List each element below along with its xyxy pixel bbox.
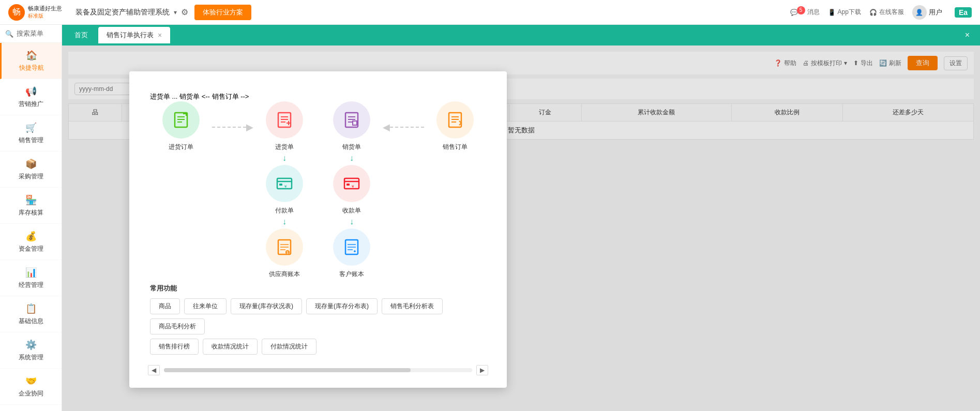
top-header: 畅 畅康通好生意 标准版 装备及固定资产辅助管理系统 ▾ ⚙ 体验行业方案 💬 … — [0, 0, 980, 25]
sidebar-item-marketing[interactable]: 📢 营销推广 — [0, 79, 62, 115]
flow-node-supplier-account[interactable]: $ 供应商账本 — [253, 229, 315, 279]
finance-icon: 💰 — [25, 230, 37, 242]
purchase-bill-label: 进货单 — [275, 143, 294, 151]
inventory-icon: 🏪 — [25, 194, 37, 206]
sidebar: 🔍 搜索菜单 🏠 快捷导航 📢 营销推广 🛒 销售管理 📦 采购管理 🏪 库存核… — [0, 25, 62, 411]
sidebar-item-newguide[interactable]: 🔰 新手引导 — [0, 405, 62, 411]
flow-node-receipt[interactable]: ¥ 收款单 — [321, 165, 383, 215]
trial-btn[interactable]: 体验行业方案 — [194, 5, 251, 20]
payment-icon: ¥ — [266, 165, 303, 202]
flow-node-customer-account[interactable]: 客户账本 — [321, 229, 383, 279]
app-icon: 📱 — [828, 9, 836, 16]
supplier-account-label: 供应商账本 — [269, 270, 300, 279]
sidebar-item-inventory[interactable]: 🏪 库存核算 — [0, 188, 62, 224]
purchase-bill-icon — [266, 101, 303, 139]
settings-icon[interactable]: ⚙ — [181, 7, 188, 17]
payment-label: 付款单 — [275, 206, 294, 215]
marketing-icon: 📢 — [25, 85, 37, 98]
search-label: 搜索菜单 — [17, 29, 43, 38]
user-area[interactable]: 👤 用户 — [912, 5, 942, 20]
func-buttons-row2: 销售排行榜 收款情况统计 付款情况统计 — [150, 339, 486, 355]
svg-rect-23 — [346, 184, 350, 186]
func-btn-receipt-stat[interactable]: 收款情况统计 — [203, 339, 258, 355]
logo-sub-text: 标准版 — [28, 12, 62, 20]
quick-nav-label: 快捷导航 — [19, 64, 44, 72]
svg-text:$: $ — [287, 251, 289, 254]
app-download-btn[interactable]: 📱 App下载 — [828, 8, 861, 17]
scrollbar-thumb — [164, 368, 411, 372]
business-icon: 📊 — [25, 266, 37, 279]
modal-overlay[interactable]: 进货单 ... 销货单 <-- 销售订单 --> 进货订单 — [62, 45, 980, 411]
service-icon: 🎧 — [869, 9, 877, 16]
sale-bill-label: 销货单 — [342, 143, 361, 151]
logo-area: 畅 畅康通好生意 标准版 — [8, 4, 70, 21]
flow-node-purchase-order[interactable]: 进货订单 — [150, 101, 212, 151]
supplier-account-icon: $ — [266, 229, 303, 266]
sidebar-item-finance[interactable]: 💰 资金管理 — [0, 224, 62, 260]
flow-node-sale-bill[interactable]: 销货单 — [321, 101, 383, 151]
business-label: 经营管理 — [19, 281, 43, 290]
user-label: 用户 — [929, 8, 942, 17]
receipt-icon: ¥ — [333, 165, 370, 202]
app-download-label: App下载 — [838, 8, 861, 17]
flow-node-purchase-bill[interactable]: 进货单 — [253, 101, 315, 151]
page-content: ❓ 帮助 🖨 按模板打印 ▾ ⬆ 导出 🔄 刷新 查询 设置 — [62, 45, 980, 411]
sidebar-item-system[interactable]: ⚙️ 系统管理 — [0, 332, 62, 369]
flow-node-payment[interactable]: ¥ 付款单 — [253, 165, 315, 215]
sidebar-item-purchase[interactable]: 📦 采购管理 — [0, 151, 62, 188]
logo-text: 畅康通好生意 标准版 — [28, 5, 62, 19]
header-right: 💬 5 消息 📱 App下载 🎧 在线客服 👤 用户 Ea — [790, 5, 972, 20]
customer-account-icon — [333, 229, 370, 266]
func-btn-stock-status[interactable]: 现存量(库存状况表) — [231, 298, 302, 314]
svg-text:¥: ¥ — [351, 184, 354, 189]
logo-main-text: 畅康通好生意 — [28, 5, 62, 12]
basic-icon: 📋 — [25, 302, 37, 315]
func-btn-sales-rank[interactable]: 销售排行榜 — [150, 339, 199, 355]
enterprise-label: 企业协同 — [19, 389, 43, 398]
sidebar-item-business[interactable]: 📊 经营管理 — [0, 260, 62, 296]
func-btn-sale-profit[interactable]: 销售毛利分析表 — [382, 298, 443, 314]
sidebar-item-quick-nav[interactable]: 🏠 快捷导航 — [0, 43, 62, 79]
service-label: 在线客服 — [879, 8, 904, 17]
func-btn-stock-dist[interactable]: 现存量(库存分布表) — [306, 298, 378, 314]
tab-home[interactable]: 首页 — [66, 25, 96, 45]
sale-order-icon — [436, 101, 474, 139]
func-btn-partner[interactable]: 往来单位 — [184, 298, 227, 314]
svg-rect-19 — [279, 184, 282, 186]
purchase-label: 采购管理 — [19, 172, 43, 181]
avatar: 👤 — [912, 5, 927, 20]
modal-card: 进货单 ... 销货单 <-- 销售订单 --> 进货订单 — [129, 71, 507, 388]
scroll-left-btn[interactable]: ◀ — [148, 365, 160, 375]
basic-label: 基础信息 — [19, 317, 43, 326]
flow-section: 进货单 ... 销货单 <-- 销售订单 --> 进货订单 — [140, 82, 496, 284]
main-close-btn[interactable]: × — [959, 31, 976, 40]
func-btn-product-profit[interactable]: 商品毛利分析 — [150, 318, 205, 334]
enterprise-icon: 🤝 — [25, 375, 37, 387]
main-layout: 🔍 搜索菜单 🏠 快捷导航 📢 营销推广 🛒 销售管理 📦 采购管理 🏪 库存核… — [0, 25, 980, 411]
marketing-label: 营销推广 — [19, 100, 43, 109]
quick-nav-icon: 🏠 — [25, 49, 38, 62]
system-icon: ⚙️ — [25, 339, 37, 351]
sidebar-item-basic[interactable]: 📋 基础信息 — [0, 296, 62, 332]
sale-order-label: 销售订单 — [443, 143, 468, 151]
sidebar-item-enterprise[interactable]: 🤝 企业协同 — [0, 369, 62, 405]
tab-close-btn[interactable]: × — [158, 31, 162, 39]
sidebar-item-sales[interactable]: 🛒 销售管理 — [0, 115, 62, 151]
func-btn-product[interactable]: 商品 — [150, 298, 180, 314]
purchase-order-icon — [162, 101, 200, 139]
system-title: 装备及固定资产辅助管理系统 — [76, 8, 170, 17]
system-dropdown-btn[interactable]: ▾ — [174, 9, 177, 16]
online-service-btn[interactable]: 🎧 在线客服 — [869, 8, 904, 17]
func-btn-payment-stat[interactable]: 付款情况统计 — [262, 339, 316, 355]
message-btn[interactable]: 💬 5 消息 — [790, 8, 820, 17]
sales-icon: 🛒 — [25, 121, 37, 134]
inventory-label: 库存核算 — [19, 208, 43, 217]
sale-bill-icon — [333, 101, 370, 139]
tab-sales-execution[interactable]: 销售订单执行表 × — [98, 27, 170, 43]
flow-node-sale-order[interactable]: 销售订单 — [424, 101, 486, 151]
scroll-right-btn[interactable]: ▶ — [476, 365, 488, 375]
tab-active-label: 销售订单执行表 — [107, 31, 154, 40]
customer-account-label: 客户账本 — [339, 270, 364, 279]
system-label: 系统管理 — [19, 353, 43, 362]
sidebar-search[interactable]: 🔍 搜索菜单 — [0, 25, 62, 43]
